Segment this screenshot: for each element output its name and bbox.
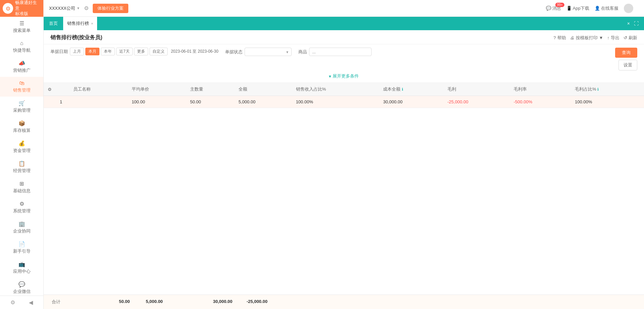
user-avatar[interactable] bbox=[624, 4, 633, 13]
sidebar-logo: ⊙ 畅康通好生意 标准版 bbox=[0, 0, 43, 17]
logo-icon: ⊙ bbox=[3, 3, 13, 14]
td-cost: 30,000.00 bbox=[379, 96, 443, 108]
sidebar-bottom: ⚙ ◀ bbox=[0, 296, 43, 309]
th-name: 员工名称 bbox=[69, 83, 128, 96]
td-sales-pct: 100.00% bbox=[292, 96, 379, 108]
purchase-icon: 🛒 bbox=[18, 100, 25, 106]
td-rank: 1 bbox=[56, 96, 69, 108]
message-badge: 99+ bbox=[555, 3, 564, 7]
date-btn-this-year[interactable]: 本年 bbox=[101, 48, 115, 55]
date-btn-7days[interactable]: 近7天 bbox=[116, 48, 133, 55]
tab-sales-ranking[interactable]: 销售排行榜 × bbox=[63, 17, 97, 30]
footer-cost: 30,000.00 bbox=[209, 298, 243, 306]
message-button[interactable]: 💬 消息 99+ bbox=[546, 5, 561, 11]
sidebar-item-search[interactable]: ☰ 搜索菜单 bbox=[0, 17, 43, 37]
date-btn-last-month[interactable]: 上月 bbox=[70, 48, 84, 55]
sidebar-item-wechat[interactable]: 💬 企业微信 bbox=[0, 278, 43, 296]
sidebar-item-label: 基础信息 bbox=[13, 188, 31, 194]
online-service-button[interactable]: 👤 在线客服 bbox=[595, 5, 618, 11]
gross-pct-info-icon[interactable]: ℹ bbox=[597, 87, 599, 91]
td-name bbox=[69, 96, 128, 108]
footer-sales-pct bbox=[172, 298, 209, 306]
page-inner: 销售排行榜(按业务员) ? 帮助 🖨 按模板打印 ▼ ↑ 导出 bbox=[44, 30, 644, 309]
query-button[interactable]: 查询 bbox=[615, 48, 637, 58]
date-btn-group: 上月 本月 本年 近7天 更多 自定义 bbox=[70, 48, 168, 55]
system-icon: ⚙ bbox=[19, 201, 24, 207]
tabbar-maximize-icon[interactable]: ⛶ bbox=[634, 21, 639, 26]
trial-button[interactable]: 体验行业方案 bbox=[93, 4, 128, 13]
cost-info-icon[interactable]: ℹ bbox=[402, 87, 403, 91]
refresh-button[interactable]: ↺ 刷新 bbox=[624, 35, 637, 41]
settings-bottom-icon[interactable]: ⚙ bbox=[10, 299, 15, 306]
td-settings bbox=[44, 96, 56, 108]
tab-home-label: 首页 bbox=[49, 20, 58, 27]
footer-label: 合计 bbox=[48, 298, 88, 306]
tabbar: 首页 销售排行榜 × × ⛶ bbox=[44, 17, 644, 30]
collapse-sidebar-icon[interactable]: ◀ bbox=[29, 299, 33, 306]
sidebar-item-marketing[interactable]: 📣 营销推广 bbox=[0, 57, 43, 77]
operation-icon: 📋 bbox=[18, 160, 25, 167]
td-gross: -25,000.00 bbox=[443, 96, 510, 108]
wechat-icon: 💬 bbox=[18, 281, 25, 288]
goods-input[interactable] bbox=[309, 48, 372, 56]
footer-avg-price bbox=[88, 298, 115, 306]
service-label: 在线客服 bbox=[601, 5, 618, 11]
status-filter-label: 单据状态 bbox=[225, 49, 243, 55]
sidebar-item-label: 新手引导 bbox=[13, 248, 31, 254]
sidebar-item-purchase[interactable]: 🛒 采购管理 bbox=[0, 97, 43, 117]
sidebar-item-finance[interactable]: 💰 资金管理 bbox=[0, 137, 43, 157]
th-sales-pct: 销售收入占比% bbox=[292, 83, 379, 96]
app-download-button[interactable]: 📱 App下载 bbox=[566, 5, 589, 11]
basic-icon: ⊞ bbox=[19, 181, 24, 187]
service-icon: 👤 bbox=[595, 6, 600, 11]
sidebar-item-guide[interactable]: 📄 新手引导 bbox=[0, 238, 43, 258]
help-button[interactable]: ? 帮助 bbox=[553, 35, 566, 41]
expand-icon: ▾ bbox=[329, 74, 331, 79]
help-label: 帮助 bbox=[557, 35, 566, 41]
app-icon: 📱 bbox=[566, 6, 572, 11]
sidebar-item-basic[interactable]: ⊞ 基础信息 bbox=[0, 177, 43, 197]
print-dropdown-icon: ▼ bbox=[599, 35, 603, 40]
tabbar-close-icon[interactable]: × bbox=[627, 21, 630, 26]
footer-qty: 50.00 bbox=[115, 298, 142, 306]
th-settings[interactable]: ⚙ bbox=[44, 83, 56, 96]
export-button[interactable]: ↑ 导出 bbox=[607, 35, 620, 41]
date-btn-more[interactable]: 更多 bbox=[134, 48, 148, 55]
sidebar-item-operation[interactable]: 📋 经营管理 bbox=[0, 157, 43, 177]
tab-close-icon[interactable]: × bbox=[91, 21, 93, 25]
sidebar-item-sales[interactable]: 🛍 销售管理 bbox=[0, 77, 43, 97]
corp-icon: 🏢 bbox=[18, 221, 25, 227]
setting-button[interactable]: 设置 bbox=[618, 60, 637, 70]
td-avg-price: 100.00 bbox=[128, 96, 186, 108]
date-filter-label: 单据日期 bbox=[50, 49, 68, 55]
refresh-icon: ↺ bbox=[624, 35, 627, 40]
date-btn-custom[interactable]: 自定义 bbox=[149, 48, 168, 55]
sidebar-item-quick[interactable]: ⌂ 快捷导航 bbox=[0, 37, 43, 57]
table-footer: 合计 50.00 5,000.00 30,000.00 -25,000.00 bbox=[44, 295, 644, 309]
sidebar-item-apps[interactable]: 📺 应用中心 bbox=[0, 258, 43, 278]
sidebar-item-label: 快捷导航 bbox=[13, 47, 31, 53]
sidebar-item-system[interactable]: ⚙ 系统管理 bbox=[0, 197, 43, 217]
topbar: XXXXXX公司 ▼ ⚙ 体验行业方案 💬 消息 99+ 📱 App下载 👤 在… bbox=[44, 0, 644, 17]
status-select[interactable] bbox=[245, 48, 292, 56]
home-icon: ⌂ bbox=[20, 40, 24, 46]
expand-filter-button[interactable]: ▾ 展开更多条件 bbox=[329, 73, 359, 79]
print-button[interactable]: 🖨 按模板打印 ▼ bbox=[570, 35, 603, 41]
sidebar-item-label: 企业微信 bbox=[13, 289, 31, 295]
status-select-wrapper bbox=[245, 48, 292, 56]
print-label: 按模板打印 bbox=[576, 35, 598, 41]
date-btn-this-month[interactable]: 本月 bbox=[85, 48, 99, 55]
sidebar-item-label: 系统管理 bbox=[13, 208, 31, 214]
data-table-container: ⚙ 员工名称 平均单价 主数量 全额 销售收入占比% 成本全额 ℹ 毛利 毛利率… bbox=[44, 83, 644, 295]
sidebar-item-inventory[interactable]: 📦 库存核算 bbox=[0, 117, 43, 137]
company-dropdown-icon: ▼ bbox=[77, 6, 80, 10]
sidebar-item-label: 采购管理 bbox=[13, 107, 31, 113]
guide-icon: 📄 bbox=[18, 241, 25, 247]
topbar-gear-icon[interactable]: ⚙ bbox=[84, 5, 89, 11]
topbar-right: 💬 消息 99+ 📱 App下载 👤 在线客服 bbox=[546, 4, 639, 13]
company-selector[interactable]: XXXXXX公司 ▼ bbox=[49, 5, 80, 11]
td-gross-rate: -500.00% bbox=[510, 96, 571, 108]
tab-home[interactable]: 首页 bbox=[44, 17, 63, 30]
sidebar-item-corp[interactable]: 🏢 企业协同 bbox=[0, 217, 43, 238]
sidebar-item-label: 企业协同 bbox=[13, 228, 31, 234]
